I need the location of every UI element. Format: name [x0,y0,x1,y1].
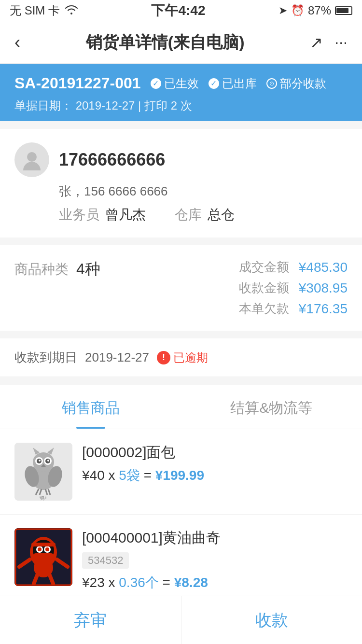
product-sku-2: 534532 [82,552,129,569]
page-title: 销货单详情(来自电脑) [86,31,245,54]
more-button[interactable]: ··· [334,33,348,51]
debt-label: 本单欠款 [239,300,289,317]
stats-right: 成交金额 ¥485.30 收款金额 ¥308.95 本单欠款 ¥176.35 [239,259,348,317]
overdue-icon: ! [157,351,170,364]
svg-rect-27 [31,543,56,546]
due-date-label: 收款到期日 [14,349,77,366]
receive-payment-button[interactable]: 收款 [181,596,362,644]
alarm-icon: ⏰ [291,4,304,17]
order-header-banner: SA-20191227-001 ✓ 已生效 ✓ 已出库 ⊙ 部分收款 单据日期：… [0,64,362,121]
date-label: 单据日期： [14,99,72,112]
sales-name: 曾凡杰 [105,206,146,224]
svg-text:鸮+: 鸮+ [40,495,47,501]
nav-right-actions: ↗ ··· [310,33,348,52]
product-price-2: ¥23 x 0.36个 = ¥8.28 [82,574,348,592]
nav-bar: ‹ 销货单详情(来自电脑) ↗ ··· [0,21,362,64]
overdue-text: 已逾期 [173,350,208,365]
svg-point-33 [34,558,53,577]
order-date: 2019-12-27 [76,99,135,112]
product-info-1: [0000002]面包 ¥40 x 5袋 = ¥199.99 [82,443,348,485]
product-thumbnail-2 [14,528,72,586]
product-thumbnail-1: 鸮+ [14,443,72,501]
status-badge-shipped: ✓ 已出库 [209,76,257,91]
warehouse-info: 仓库 总仓 [175,206,235,224]
product-info-2: [000400001]黄油曲奇 534532 ¥23 x 0.36个 = ¥8.… [82,528,348,592]
status-badge-effective: ✓ 已生效 [151,76,199,91]
print-info: | 打印 2 次 [138,99,192,112]
stats-row: 商品种类 4种 成交金额 ¥485.30 收款金额 ¥308.95 本单欠款 ¥… [14,259,348,317]
debt-amount-value: ¥176.35 [299,301,348,317]
sales-label: 业务员 [59,206,99,224]
back-button[interactable]: ‹ [14,32,20,53]
qty-unit-2: 0.36个 [119,575,162,590]
stats-section: 商品种类 4种 成交金额 ¥485.30 收款金额 ¥308.95 本单欠款 ¥… [0,245,362,331]
debt-amount-row: 本单欠款 ¥176.35 [239,300,348,317]
wifi-icon [65,4,78,17]
qty-unit-1: 5袋 [119,468,143,483]
product-list: 鸮+ [0000002]面包 ¥40 x 5袋 = ¥199.99 [0,429,362,606]
tabs-header: 销售商品 结算&物流等 [0,385,362,429]
order-id-row: SA-20191227-001 ✓ 已生效 ✓ 已出库 ⊙ 部分收款 [14,74,348,92]
product-item: 鸮+ [0000002]面包 ¥40 x 5袋 = ¥199.99 [0,429,362,515]
equals-1: = [144,468,155,483]
status-right: ➤ ⏰ 87% [278,4,352,17]
battery-label: 87% [308,4,331,17]
svg-point-26 [45,547,49,551]
check-icon-2: ✓ [209,78,219,89]
svg-point-25 [38,547,42,551]
status-bar: 无 SIM 卡 下午4:42 ➤ ⏰ 87% [0,0,362,21]
price-1: ¥40 [82,468,105,483]
order-meta: 单据日期： 2019-12-27 | 打印 2 次 [14,98,348,113]
stats-left: 商品种类 4种 [14,259,100,280]
customer-phone: 17666666666 [59,150,165,170]
multiply-2: x [109,575,119,590]
product-types: 商品种类 4种 [14,259,100,280]
tabs-section: 销售商品 结算&物流等 [0,385,362,606]
types-label: 商品种类 [14,260,69,279]
total-1: ¥199.99 [155,468,204,483]
received-amount-row: 收款金额 ¥308.95 [239,280,348,296]
price-2: ¥23 [82,575,105,590]
due-date-section: 收款到期日 2019-12-27 ! 已逾期 [0,338,362,377]
deal-amount-row: 成交金额 ¥485.30 [239,259,348,276]
product-price-1: ¥40 x 5袋 = ¥199.99 [82,466,348,485]
tab-settlement-logistics[interactable]: 结算&物流等 [181,385,362,429]
svg-point-9 [47,460,49,462]
product-item-2: [000400001]黄油曲奇 534532 ¥23 x 0.36个 = ¥8.… [0,515,362,606]
share-button[interactable]: ↗ [310,33,323,52]
status-badge-partial: ⊙ 部分收款 [266,76,326,91]
customer-section: 17666666666 张，156 6666 6666 业务员 曾凡杰 仓库 总… [0,129,362,238]
deal-amount-label: 成交金额 [239,259,289,276]
product-name-2: [000400001]黄油曲奇 [82,528,348,548]
avatar [14,142,49,177]
battery-icon [335,6,352,15]
due-date-value: 2019-12-27 [85,350,149,365]
customer-name-phone: 张，156 6666 6666 [14,183,348,200]
svg-point-0 [27,152,37,162]
abandon-review-button[interactable]: 弃审 [0,596,181,644]
tab-sales-products[interactable]: 销售商品 [0,385,181,429]
equals-2: = [163,575,174,590]
svg-point-8 [39,460,41,462]
warehouse-name: 总仓 [208,206,235,224]
received-amount-value: ¥308.95 [299,280,348,296]
sales-info: 业务员 曾凡杰 [59,206,146,224]
check-icon-1: ✓ [151,78,161,89]
time-display: 下午4:42 [151,1,205,20]
status-left: 无 SIM 卡 [10,3,78,18]
total-2: ¥8.28 [174,575,208,590]
customer-top-row: 17666666666 [14,142,348,177]
multiply-1: x [109,468,119,483]
location-icon: ➤ [278,4,287,17]
types-count: 4种 [76,259,100,280]
overdue-badge: ! 已逾期 [157,350,208,365]
customer-extra-info: 业务员 曾凡杰 仓库 总仓 [14,206,348,224]
clock-icon: ⊙ [266,78,277,89]
received-label: 收款金额 [239,280,289,296]
product-name-1: [0000002]面包 [82,443,348,462]
warehouse-label: 仓库 [175,206,202,224]
carrier-label: 无 SIM 卡 [10,3,60,18]
order-id-text: SA-20191227-001 [14,74,141,92]
bottom-bar: 弃审 收款 [0,596,362,644]
deal-amount-value: ¥485.30 [299,260,348,275]
